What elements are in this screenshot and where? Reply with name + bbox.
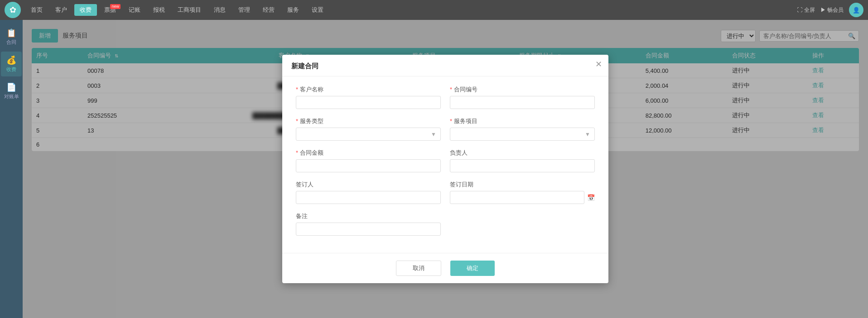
form-row-3: 合同金额 0.00 负责人	[296, 149, 595, 172]
signatory-label: 签订人	[296, 180, 441, 189]
sign-date-wrap: 2023-06-06 📅	[450, 191, 595, 204]
contract-amount-input[interactable]: 0.00	[296, 159, 441, 172]
contract-icon: 📋	[6, 28, 16, 38]
modal-overlay: 新建合同 ✕ 客户名称 合同编号 服务类型	[23, 20, 868, 318]
sign-date-input[interactable]: 2023-06-06	[450, 191, 584, 204]
new-badge: new	[110, 4, 121, 9]
contract-no-label: 合同编号	[450, 85, 595, 94]
top-nav-right: ⛶ 全屏 ▶ 畅会员 👤	[797, 3, 863, 17]
responsible-input[interactable]	[450, 159, 595, 172]
customer-name-input[interactable]	[296, 96, 441, 109]
nav-fee[interactable]: 收费	[74, 4, 97, 16]
sign-date-label: 签订日期	[450, 180, 595, 189]
new-contract-modal: 新建合同 ✕ 客户名称 合同编号 服务类型	[282, 55, 608, 283]
form-row-2: 服务类型 ▼ 服务项目 ▼	[296, 117, 595, 141]
confirm-button[interactable]: 确定	[450, 261, 495, 276]
form-row-4: 签订人 签订日期 2023-06-06 📅	[296, 180, 595, 204]
contract-no-input[interactable]	[450, 96, 595, 109]
nav-operation[interactable]: 经营	[257, 4, 280, 16]
logo-icon: ✿	[10, 5, 16, 15]
service-item-select-wrap: ▼	[450, 128, 595, 141]
field-contract-no: 合同编号	[450, 85, 595, 109]
service-type-select-wrap: ▼	[296, 128, 441, 141]
sidebar-item-contract[interactable]: 📋 合同	[1, 24, 22, 49]
field-service-item: 服务项目 ▼	[450, 117, 595, 141]
notes-input[interactable]	[296, 223, 441, 236]
nav-invoice[interactable]: 票据 new	[99, 4, 121, 16]
sidebar-item-fee[interactable]: 💰 收费	[1, 52, 22, 76]
form-row-5: 备注	[296, 212, 595, 236]
responsible-label: 负责人	[450, 149, 595, 157]
sidebar-contract-label: 合同	[6, 39, 16, 46]
nav-manage[interactable]: 管理	[233, 4, 256, 16]
form-row-1: 客户名称 合同编号	[296, 85, 595, 109]
nav-home[interactable]: 首页	[25, 4, 48, 16]
contract-amount-label: 合同金额	[296, 149, 441, 157]
service-item-label: 服务项目	[450, 117, 595, 125]
notes-label: 备注	[296, 212, 441, 220]
logo: ✿	[5, 2, 21, 18]
modal-header: 新建合同	[282, 55, 608, 76]
nav-client[interactable]: 客户	[50, 4, 72, 16]
notes-label-field: 备注	[296, 212, 441, 236]
sidebar-item-reconcile[interactable]: 📄 对账单	[1, 79, 22, 104]
modal-title: 新建合同	[291, 62, 318, 70]
sidebar: 📋 合同 💰 收费 📄 对账单	[0, 20, 23, 318]
nav-message[interactable]: 消息	[208, 4, 231, 16]
nav-menu: 首页 客户 收费 票据 new 记账 报税 工商项目 消息 管理 经营 服务 设…	[25, 4, 329, 16]
calendar-icon[interactable]: 📅	[587, 194, 595, 201]
fee-icon: 💰	[6, 55, 16, 65]
reconcile-icon: 📄	[6, 82, 16, 92]
service-item-select[interactable]	[450, 128, 595, 141]
cancel-button[interactable]: 取消	[396, 261, 441, 276]
member-button[interactable]: ▶ 畅会员	[820, 6, 844, 14]
nav-business[interactable]: 工商项目	[172, 4, 207, 16]
modal-footer: 取消 确定	[282, 253, 608, 283]
user-avatar[interactable]: 👤	[849, 3, 863, 17]
nav-tax[interactable]: 报税	[148, 4, 170, 16]
field-service-type: 服务类型 ▼	[296, 117, 441, 141]
sidebar-reconcile-label: 对账单	[4, 93, 19, 100]
avatar-icon: 👤	[853, 7, 860, 14]
signatory-input[interactable]	[296, 191, 441, 204]
nav-bookkeeping[interactable]: 记账	[123, 4, 146, 16]
field-customer-name: 客户名称	[296, 85, 441, 109]
nav-service[interactable]: 服务	[282, 4, 304, 16]
service-type-select[interactable]	[296, 128, 441, 141]
field-signatory: 签订人	[296, 180, 441, 204]
sidebar-fee-label: 收费	[6, 66, 16, 73]
field-contract-amount: 合同金额 0.00	[296, 149, 441, 172]
top-navigation: ✿ 首页 客户 收费 票据 new 记账 报税 工商项目 消息 管理 经营 服务…	[0, 0, 868, 20]
modal-body: 客户名称 合同编号 服务类型 ▼	[282, 76, 608, 253]
member-icon: ▶	[820, 7, 826, 13]
customer-name-label: 客户名称	[296, 85, 441, 94]
fullscreen-icon: ⛶	[797, 7, 802, 13]
field-responsible: 负责人	[450, 149, 595, 172]
nav-settings[interactable]: 设置	[306, 4, 329, 16]
field-sign-date: 签订日期 2023-06-06 📅	[450, 180, 595, 204]
modal-close-button[interactable]: ✕	[595, 60, 602, 68]
service-type-label: 服务类型	[296, 117, 441, 125]
fullscreen-button[interactable]: ⛶ 全屏	[797, 6, 815, 14]
